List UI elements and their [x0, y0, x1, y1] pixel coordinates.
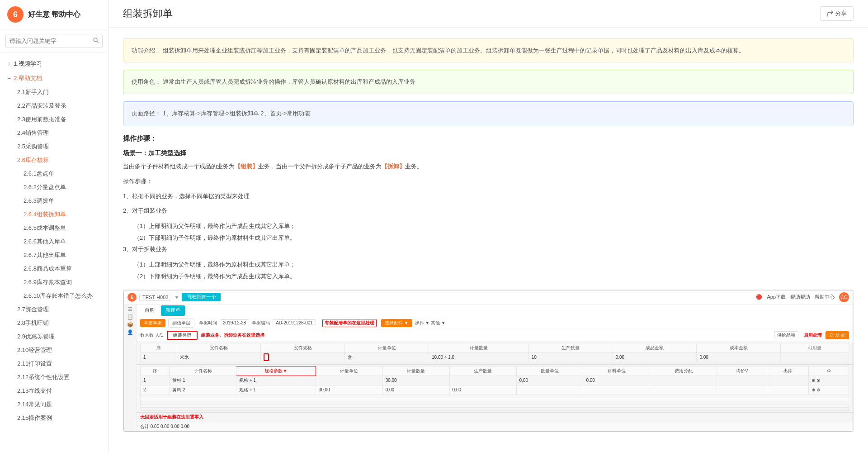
sidebar-item-2-14[interactable]: 2.14常见问题: [0, 398, 108, 411]
sidebar-item-2-6-8[interactable]: 2.6.8商品成本重算: [0, 262, 108, 276]
table-row: 1 米米 盒 10.00 ÷ 1.0 10 0.00 0.00: [141, 352, 849, 362]
sim-icon-3: 📦: [127, 322, 133, 328]
sidebar-item-2-1[interactable]: 2.1新手入门: [0, 86, 108, 99]
sidebar-item-2-6-7[interactable]: 2.6.7其他出库单: [0, 248, 108, 262]
sim-totals: 合计 0.00 0.00 0.00 0.00: [137, 422, 853, 431]
path-intro-text: 1、库存核算->库存管理->组装拆卸单 2、首页->常用功能: [163, 110, 311, 117]
sub-table-row-3: [141, 395, 849, 398]
logo-icon: 6: [7, 6, 24, 23]
sim-type-btn[interactable]: 选择配件 ▼: [381, 319, 412, 327]
sim-th-8: 可用量: [781, 343, 849, 352]
sim-help-1: 帮助帮助: [790, 294, 810, 300]
sidebar-item-2-8[interactable]: 2.8手机旺铺: [0, 316, 108, 330]
sub-cell-seq-1: 1: [141, 376, 170, 385]
path-intro-label: 页面路径：: [132, 110, 161, 117]
sim-upper-table-wrap: 序 父件名称 父件规格 计量单位 计量数量 生产数量 成品金额 成本金额: [137, 341, 853, 364]
sidebar-item-2-6-9[interactable]: 2.6.9库存账本查询: [0, 276, 108, 289]
sidebar-item-2-docs[interactable]: − 2.帮助文档: [0, 71, 108, 86]
feature-intro-text: 组装拆卸单用来处理企业组装或拆卸等加工业务，支持有固定装配清单的产品加工业务，也…: [163, 47, 745, 54]
steps-title: 操作步骤：: [123, 176, 854, 187]
cell-spec: [261, 352, 345, 362]
sim-th-1: 父件名称: [177, 343, 261, 352]
sim-help-2: 帮助中心: [815, 294, 835, 300]
sim-th-5: 生产数量: [528, 343, 613, 352]
sidebar-item-2-12[interactable]: 2.12系统个性化设置: [0, 371, 108, 384]
sub-cell-empty-7: [141, 407, 849, 410]
sim-body: ☰ 📋 📦 👤 自购 新建单: [124, 305, 853, 431]
sim-tab-0[interactable]: 自购: [140, 305, 159, 316]
sub-table-row-1: 1 黄料 1 规格 ÷ 1 30.00 0.00 0.00: [141, 376, 849, 385]
sim-right-input[interactable]: 供给品项: [774, 331, 798, 339]
sub-cell-unit-1: [316, 376, 382, 385]
search-button[interactable]: [89, 34, 103, 48]
sim-th-0: 序: [141, 343, 177, 352]
sim-th-7: 成本金额: [697, 343, 781, 352]
sim-th-6: 成品金额: [613, 343, 697, 352]
cell-spec-input[interactable]: [264, 353, 269, 361]
sidebar-item-2-6-6[interactable]: 2.6.6其他入库单: [0, 235, 108, 248]
role-intro-label: 使用角色：: [132, 78, 161, 85]
sub-cell-qty1-1: 30.00: [382, 376, 449, 385]
sidebar-item-2-7[interactable]: 2.7资金管理: [0, 303, 108, 316]
sim-sub-th-3: 计量单位: [316, 366, 382, 376]
sim-save-btn[interactable]: 本信单据: [140, 319, 165, 327]
sidebar-item-2-5[interactable]: 2.5采购管理: [0, 140, 108, 153]
sim-toolbar: 本信单据 副信单据 单据时间 2019-12-28 单据编码 AD-201912…: [137, 317, 853, 329]
sub-table-row-5: [141, 401, 849, 404]
sub-cell-name-1: 黄料 1: [170, 376, 236, 385]
sim-th-4: 计量数量: [429, 343, 529, 352]
sidebar-item-2-6-5[interactable]: 2.6.5成本调整单: [0, 221, 108, 235]
sidebar-item-2-15[interactable]: 2.15操作案例: [0, 411, 108, 425]
sim-sub-th-2: 规格参数▼: [236, 366, 316, 376]
sub-table-row-7: [141, 407, 849, 410]
sidebar-item-2-11[interactable]: 2.11打印设置: [0, 357, 108, 371]
step3-sub1: （1）上部明细为父件明细，最终作为原材料生成其它出库单；: [134, 259, 854, 271]
sim-app-code: TEST-H002: [139, 294, 171, 301]
annotation-4: 无固定适用于组装在这里置零入: [137, 413, 853, 422]
sim-tab-1[interactable]: 新建单: [161, 305, 185, 316]
sidebar-item-2-6-4[interactable]: 2.6.4组装拆卸单: [0, 208, 108, 221]
sim-dropdown-icon: ▼: [174, 295, 179, 300]
sim-type-selector[interactable]: 组装类型: [167, 331, 198, 340]
role-intro-block: 使用角色： 通常由生产人员或库管人员完成拆装业务的操作，库管人员确认原材料的出库…: [123, 70, 854, 94]
sidebar-item-2-6-3[interactable]: 2.6.3调拨单: [0, 194, 108, 208]
logo-text: 好生意 帮助中心: [28, 10, 80, 19]
sub-cell-out-1: [767, 376, 809, 385]
sub-cell-empty-5: [141, 401, 849, 404]
sidebar-item-2-6-10[interactable]: 2.6.10库存账本错了怎么办: [0, 289, 108, 303]
sim-app-download: App下载: [767, 294, 786, 300]
sim-code-label: 单据编码: [252, 320, 270, 326]
expand-icon: +: [7, 60, 11, 67]
sub-cell-dist-2: [650, 385, 717, 395]
step2-sub1: （1）上部明细为父件明细，最终作为产成品生成其它入库单；: [134, 220, 854, 232]
sim-icon-1: ☰: [128, 306, 132, 312]
sim-icon-bar: ☰ 📋 📦 👤: [124, 305, 137, 431]
sim-main-panel: 自购 新建单 本信单据 副信单据 单据时间 2019-12-28 单据编码 AD…: [137, 305, 853, 431]
share-button[interactable]: 分享: [820, 6, 854, 21]
sub-cell-amt2-2: [583, 385, 650, 395]
main-content: 组装拆卸单 分享 功能介绍： 组装拆卸单用来处理企业组装或拆卸等加工业务，支持有…: [108, 0, 868, 452]
sidebar-item-2-13[interactable]: 2.13在线支付: [0, 384, 108, 398]
scene1-title: 场景一：加工类型选择: [123, 149, 854, 157]
cell-amt2: 0.00: [697, 352, 781, 362]
search-input[interactable]: [6, 35, 89, 47]
sub-cell-spec-2: 规格 ÷ 1: [236, 385, 316, 395]
sim-date-value: 2019-12-28: [220, 319, 249, 326]
sidebar-item-2-3[interactable]: 2.3使用前数据准备: [0, 113, 108, 126]
sim-other-btn[interactable]: 副信单据: [168, 319, 194, 328]
share-icon: [827, 10, 833, 17]
sidebar-item-2-4[interactable]: 2.4销售管理: [0, 126, 108, 140]
search-box[interactable]: [5, 34, 103, 48]
sim-screen: 6 TEST-H002 ▼ 同班新建一个 🔴 App下载 帮助帮助 帮助中心 C…: [123, 290, 853, 432]
sidebar-item-2-9[interactable]: 2.9优惠券管理: [0, 330, 108, 343]
sidebar-item-2-10[interactable]: 2.10经营管理: [0, 343, 108, 357]
sim-sub-th-5: 生产数量: [449, 366, 516, 376]
annotation-2: 组装业务、拆卸业务在这里选择: [201, 332, 264, 338]
sidebar-item-2-2[interactable]: 2.2产品安装及登录: [0, 99, 108, 113]
role-intro-text: 通常由生产人员或库管人员完成拆装业务的操作，库管人员确认原材料的出库和产成品的入…: [163, 78, 415, 85]
sidebar-item-2-6-1[interactable]: 2.6.1盘点单: [0, 167, 108, 181]
sidebar-item-2-6-2[interactable]: 2.6.2分量盘点单: [0, 181, 108, 194]
sidebar-item-2-6[interactable]: 2.6库存核算: [0, 153, 108, 167]
sidebar-item-1-video[interactable]: + 1.视频学习: [0, 57, 108, 71]
sim-confirm-btn[interactable]: 立 发 处: [826, 331, 849, 339]
